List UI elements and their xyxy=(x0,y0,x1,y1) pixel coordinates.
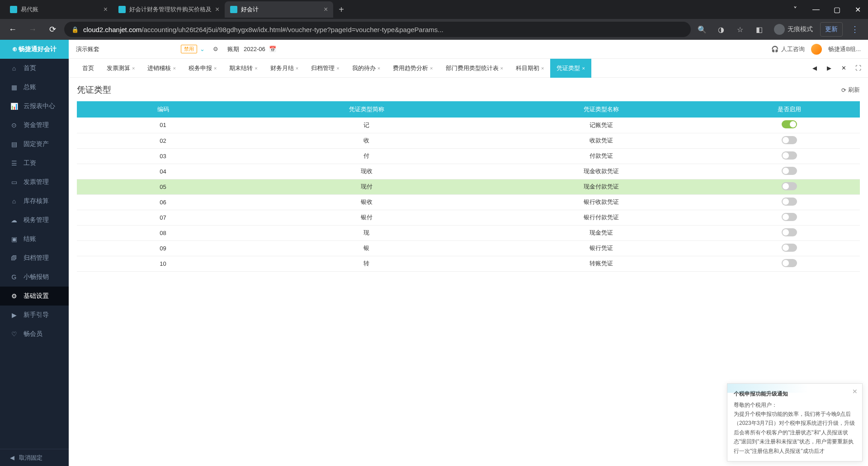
account-settings-icon[interactable]: ⚙ xyxy=(213,46,218,52)
page-tab[interactable]: 科目期初 × xyxy=(509,59,550,78)
sidebar-item[interactable]: ⌂库存核算 xyxy=(0,192,69,211)
tabs-next-button[interactable]: ▶ xyxy=(823,62,835,75)
tab-close-icon[interactable]: × xyxy=(324,5,328,14)
page-tab[interactable]: 税务申报 × xyxy=(182,59,223,78)
browser-tab[interactable]: 好会计× xyxy=(225,1,333,18)
fullscreen-button[interactable]: ⛶ xyxy=(852,62,864,75)
support-link[interactable]: 🎧 人工咨询 xyxy=(771,45,805,53)
table-row[interactable]: 06银收银行收款凭证 xyxy=(77,194,860,210)
sidebar: ⊕ 畅捷通好会计 ⌂首页▦总账📊云报表中心⊙资金管理▤固定资产☰工资▭发票管理⌂… xyxy=(0,40,69,466)
sidebar-item[interactable]: ⌂首页 xyxy=(0,59,69,78)
table-row[interactable]: 03付付款凭证 xyxy=(77,148,860,164)
page-tab-label: 发票测算 xyxy=(107,64,130,72)
table-row[interactable]: 01记记账凭证 xyxy=(77,118,860,133)
enable-toggle[interactable] xyxy=(782,198,797,206)
enable-toggle[interactable] xyxy=(782,151,797,160)
browser-tab[interactable]: 易代账× xyxy=(5,1,113,18)
sidebar-item[interactable]: ☁税务管理 xyxy=(0,211,69,230)
page-tab-close-icon[interactable]: × xyxy=(296,66,298,71)
table-row[interactable]: 05现付现金付款凭证 xyxy=(77,179,860,194)
table-row[interactable]: 08现现金凭证 xyxy=(77,225,860,240)
tabs-close-all-button[interactable]: ✕ xyxy=(837,62,850,75)
account-dropdown-icon[interactable]: ⌄ xyxy=(200,46,205,52)
page-tab-close-icon[interactable]: × xyxy=(336,66,339,71)
forward-button[interactable]: → xyxy=(24,21,41,38)
page-tab-close-icon[interactable]: × xyxy=(214,66,217,71)
sidebar-item[interactable]: ☰工资 xyxy=(0,154,69,173)
notice-close-button[interactable]: ✕ xyxy=(852,386,858,397)
browser-tab[interactable]: 好会计财务管理软件购买价格及× xyxy=(113,1,225,18)
extensions-icon[interactable]: ◑ xyxy=(713,22,729,37)
extension-puzzle-icon[interactable]: ◧ xyxy=(751,22,767,37)
enable-toggle[interactable] xyxy=(782,182,797,190)
enable-toggle[interactable] xyxy=(782,259,797,267)
sidebar-item[interactable]: ♡畅会员 xyxy=(0,325,69,344)
page-tab-close-icon[interactable]: × xyxy=(582,66,585,71)
enable-toggle[interactable] xyxy=(782,136,797,144)
page-tab-close-icon[interactable]: × xyxy=(377,66,380,71)
page-tab-close-icon[interactable]: × xyxy=(255,66,257,71)
page-tab-close-icon[interactable]: × xyxy=(430,66,433,71)
sidebar-item[interactable]: 📊云报表中心 xyxy=(0,97,69,116)
sidebar-item[interactable]: ▭发票管理 xyxy=(0,173,69,192)
page-tab-close-icon[interactable]: × xyxy=(541,66,544,71)
sidebar-item[interactable]: ⊙资金管理 xyxy=(0,116,69,135)
update-button[interactable]: 更新 xyxy=(820,22,843,37)
cell-short: 收 xyxy=(249,133,484,148)
zoom-icon[interactable]: 🔍 xyxy=(694,22,710,37)
table-row[interactable]: 09银银行凭证 xyxy=(77,240,860,256)
avatar[interactable] xyxy=(811,44,822,55)
page-tab[interactable]: 我的待办 × xyxy=(346,59,387,78)
page-tab[interactable]: 进销稽核 × xyxy=(141,59,182,78)
calendar-icon[interactable]: 📅 xyxy=(269,46,276,52)
sidebar-item[interactable]: G小畅报销 xyxy=(0,268,69,287)
enable-toggle[interactable] xyxy=(782,244,797,252)
cell-enabled xyxy=(719,210,860,225)
table-row[interactable]: 10转转账凭证 xyxy=(77,256,860,271)
sidebar-item[interactable]: ▤固定资产 xyxy=(0,135,69,154)
window-dropdown-icon[interactable]: ˅ xyxy=(785,0,806,19)
sidebar-item-icon: ☁ xyxy=(10,216,18,224)
page-tab[interactable]: 费用趋势分析 × xyxy=(387,59,439,78)
page-tab[interactable]: 期末结转 × xyxy=(223,59,264,78)
bookmark-icon[interactable]: ☆ xyxy=(732,22,748,37)
table-row[interactable]: 02收收款凭证 xyxy=(77,133,860,148)
page-tab[interactable]: 归档管理 × xyxy=(305,59,345,78)
sidebar-item[interactable]: 🗊归档管理 xyxy=(0,249,69,268)
new-tab-button[interactable]: + xyxy=(333,5,349,15)
minimize-button[interactable]: — xyxy=(806,0,826,19)
sidebar-item[interactable]: ▣结账 xyxy=(0,230,69,249)
cell-name: 银行付款凭证 xyxy=(484,210,719,225)
enable-toggle[interactable] xyxy=(782,213,797,221)
back-button[interactable]: ← xyxy=(5,21,21,38)
tabs-prev-button[interactable]: ◀ xyxy=(808,62,821,75)
tab-close-icon[interactable]: × xyxy=(215,5,219,14)
refresh-button[interactable]: ⟳ 刷新 xyxy=(841,86,860,94)
sidebar-item[interactable]: ▶新手引导 xyxy=(0,306,69,325)
page-tab[interactable]: 部门费用类型统计表 × xyxy=(439,59,509,78)
page-tab-close-icon[interactable]: × xyxy=(500,66,503,71)
close-window-button[interactable]: ✕ xyxy=(847,0,868,19)
table-row[interactable]: 07银付银行付款凭证 xyxy=(77,210,860,225)
page-tab-close-icon[interactable]: × xyxy=(132,66,135,71)
enable-toggle[interactable] xyxy=(782,167,797,175)
table-row[interactable]: 04现收现金收款凭证 xyxy=(77,164,860,179)
enable-toggle[interactable] xyxy=(782,228,797,236)
tab-close-icon[interactable]: × xyxy=(104,5,108,14)
sidebar-item[interactable]: ▦总账 xyxy=(0,78,69,97)
enable-toggle[interactable] xyxy=(782,120,797,128)
reload-button[interactable]: ⟳ xyxy=(44,21,61,38)
unpin-sidebar[interactable]: ◀ 取消固定 xyxy=(0,449,69,466)
page-tab[interactable]: 凭证类型 × xyxy=(550,59,591,78)
page-tab[interactable]: 发票测算 × xyxy=(100,59,141,78)
cell-name: 收款凭证 xyxy=(484,133,719,148)
page-tab-close-icon[interactable]: × xyxy=(173,66,175,71)
sidebar-item[interactable]: ⚙基础设置 xyxy=(0,287,69,306)
cell-short: 记 xyxy=(249,118,484,133)
browser-menu-button[interactable]: ⋮ xyxy=(846,24,863,34)
period-label: 账期 xyxy=(227,45,239,53)
url-input[interactable]: 🔒 cloud2.chanjet.com/accounting/uh26t264… xyxy=(64,22,691,37)
page-tab[interactable]: 财务月结 × xyxy=(264,59,305,78)
maximize-button[interactable]: ▢ xyxy=(826,0,847,19)
page-tab[interactable]: 首页 xyxy=(76,59,100,78)
